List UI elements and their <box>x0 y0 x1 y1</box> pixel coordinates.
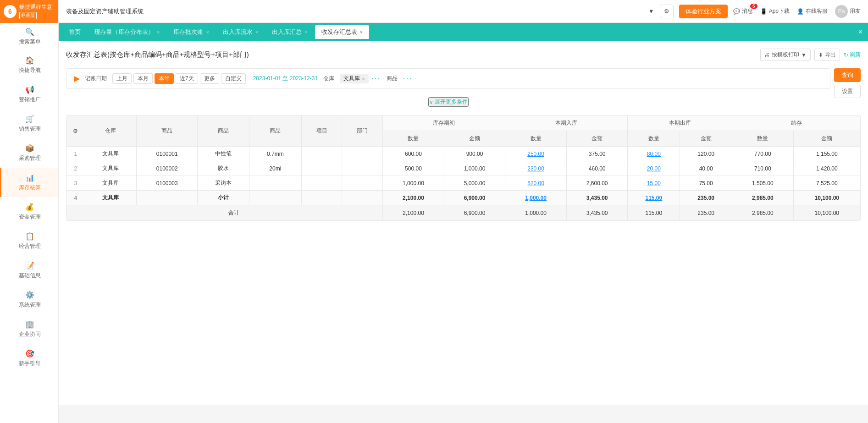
table-cell <box>301 161 342 176</box>
sidebar-item-system[interactable]: ⚙️ 系统管理 <box>0 285 58 314</box>
table-cell: 0100002 <box>136 161 198 176</box>
table-cell[interactable]: 230.00 <box>505 161 567 176</box>
tabbar: 首页 现存量（库存分布表） × 库存批次账 × 出入库流水 × 出入库汇总 × … <box>59 23 868 41</box>
tab-recv-send-summary[interactable]: 收发存汇总表 × <box>315 25 369 39</box>
settings-btn[interactable]: ⚙ <box>660 5 674 18</box>
sidebar-item-search[interactable]: 🔍 搜索菜单 <box>0 23 58 50</box>
sidebar-item-search-label: 搜索菜单 <box>19 38 41 46</box>
system-title-dropdown[interactable]: ▼ <box>648 8 654 15</box>
footer-opening-qty: 2,100.00 <box>383 205 444 221</box>
warehouse-field: 文具库 × ··· <box>340 74 381 83</box>
tab-home[interactable]: 首页 <box>62 25 87 39</box>
online-service-btn[interactable]: 👤 在线客服 <box>797 7 828 15</box>
warehouse-value: 文具库 <box>343 75 360 82</box>
table-cell[interactable]: 20.00 <box>628 161 680 176</box>
sidebar-item-base-info[interactable]: 📝 基础信息 <box>0 256 58 285</box>
goods-more-btn[interactable]: ··· <box>403 74 413 83</box>
sidebar-item-enterprise[interactable]: 🏢 企业协同 <box>0 314 58 344</box>
sidebar-item-operations-label: 经营管理 <box>19 242 41 250</box>
sidebar-item-sales[interactable]: 🛒 销售管理 <box>0 109 58 138</box>
page-container: 收发存汇总表(按仓库+商品编码+商品+规格型号+项目+部门) 🖨 按模板打印 ▼… <box>59 41 868 405</box>
table-cell: 2,600.00 <box>566 176 628 191</box>
th-balance-qty: 数量 <box>732 131 794 147</box>
sales-icon: 🛒 <box>25 115 34 123</box>
tab-batch-account-close[interactable]: × <box>206 29 209 35</box>
print-label: 按模板打印 <box>772 51 799 59</box>
warehouse-more-btn[interactable]: ··· <box>371 74 381 83</box>
table-row: 2文具库0100002胶水20ml500.001,000.00230.00460… <box>66 161 860 176</box>
table-cell: 0.7mm <box>249 147 301 161</box>
table-cell[interactable]: 115.00 <box>628 191 680 205</box>
table-cell[interactable]: 15.00 <box>628 176 680 191</box>
th-goods-code: 商品 <box>136 115 198 147</box>
date-btn-last-month[interactable]: 上月 <box>112 73 132 84</box>
finance-icon: 💰 <box>25 203 34 211</box>
warehouse-tag-close[interactable]: × <box>362 76 365 82</box>
sidebar-item-operations[interactable]: 📋 经营管理 <box>0 226 58 256</box>
sidebar-item-sales-label: 销售管理 <box>19 125 41 133</box>
th-opening-qty: 数量 <box>383 131 444 147</box>
tab-recv-send-summary-close[interactable]: × <box>360 29 363 35</box>
tab-in-out-flow[interactable]: 出入库流水 × <box>216 25 265 39</box>
table-cell: 900.00 <box>444 147 505 161</box>
sidebar-item-guide[interactable]: 🎯 新手引导 <box>0 344 58 373</box>
filter-side-actions: 查询 设置 <box>834 68 861 110</box>
table-cell[interactable]: 80.00 <box>628 147 680 161</box>
export-btn[interactable]: ⬇ 导出 <box>814 49 840 61</box>
print-btn[interactable]: 🖨 按模板打印 ▼ <box>760 49 811 61</box>
enterprise-icon: 🏢 <box>25 320 34 329</box>
tab-inventory-dist-close[interactable]: × <box>157 29 160 35</box>
filter-main-area: ▶ 记账日期 上月 本月 本年 近7天 更多 自定义 2023-01-01 至 … <box>66 68 830 110</box>
sidebar-item-quick-nav[interactable]: 🏠 快捷导航 <box>0 50 58 80</box>
sidebar-item-marketing[interactable]: 📢 营销推广 <box>0 80 58 109</box>
table-cell[interactable]: 250.00 <box>505 147 567 161</box>
th-opening-amt: 金额 <box>444 131 505 147</box>
user-area[interactable]: Ea 用友 <box>835 5 861 18</box>
message-badge: 6 <box>750 4 757 9</box>
sidebar-item-inventory[interactable]: 📊 库存核算 <box>0 168 58 197</box>
set-btn[interactable]: 设置 <box>834 85 861 98</box>
filter-bar: ▶ 记账日期 上月 本月 本年 近7天 更多 自定义 2023-01-01 至 … <box>66 68 830 89</box>
table-cell: 1,000.00 <box>444 161 505 176</box>
tab-in-out-summary-label: 出入库汇总 <box>272 28 302 36</box>
date-btn-more[interactable]: 更多 <box>200 73 219 84</box>
table-cell[interactable]: 520.00 <box>505 176 567 191</box>
sidebar-item-guide-label: 新手引导 <box>19 360 41 368</box>
filter-toggle-btn[interactable]: ▶ <box>74 74 79 83</box>
tab-batch-account[interactable]: 库存批次账 × <box>167 25 215 39</box>
date-btn-this-month[interactable]: 本月 <box>133 73 153 84</box>
table-cell: 6,900.00 <box>444 191 505 205</box>
tab-in-out-summary[interactable]: 出入库汇总 × <box>265 25 314 39</box>
th-in-qty: 数量 <box>505 131 567 147</box>
expand-btn[interactable]: ∨ 展开更多条件 <box>428 97 469 107</box>
sidebar-item-finance[interactable]: 💰 资金管理 <box>0 197 58 226</box>
sidebar-item-purchase[interactable]: 📦 采购管理 <box>0 138 58 168</box>
query-btn[interactable]: 查询 <box>834 68 861 82</box>
message-btn[interactable]: 💬 消息 6 <box>733 7 753 15</box>
user-label: 用友 <box>850 7 861 15</box>
column-settings-icon[interactable]: ⚙ <box>73 128 78 134</box>
date-btn-7days[interactable]: 近7天 <box>176 73 198 84</box>
footer-balance-amt: 10,100.00 <box>793 205 860 221</box>
app-download-btn[interactable]: 📱 App下载 <box>760 7 790 15</box>
table-cell: 中性笔 <box>198 147 249 161</box>
table-cell[interactable]: 1,000.00 <box>505 191 567 205</box>
tab-inventory-dist[interactable]: 现存量（库存分布表） × <box>88 25 166 39</box>
expand-label: 展开更多条件 <box>435 98 468 106</box>
tab-home-label: 首页 <box>69 28 81 36</box>
refresh-btn[interactable]: ↻ 刷新 <box>844 49 861 61</box>
date-btn-this-year[interactable]: 本年 <box>155 73 174 84</box>
th-project: 项目 <box>301 115 342 147</box>
content-area: 收发存汇总表(按仓库+商品编码+商品+规格型号+项目+部门) 🖨 按模板打印 ▼… <box>59 41 868 423</box>
tab-in-out-summary-close[interactable]: × <box>304 29 307 35</box>
table-cell: 770.00 <box>732 147 794 161</box>
tab-in-out-flow-close[interactable]: × <box>255 29 258 35</box>
date-btn-custom[interactable]: 自定义 <box>221 73 246 84</box>
sidebar-item-finance-label: 资金管理 <box>19 213 41 221</box>
system-icon: ⚙️ <box>25 291 34 299</box>
trial-btn[interactable]: 体验行业方案 <box>679 5 728 18</box>
tabbar-close-btn[interactable]: × <box>857 26 864 38</box>
tab-recv-send-summary-label: 收发存汇总表 <box>321 28 357 36</box>
app-tag: 标准版 <box>19 12 37 19</box>
table-cell: 2,985.00 <box>732 191 794 205</box>
